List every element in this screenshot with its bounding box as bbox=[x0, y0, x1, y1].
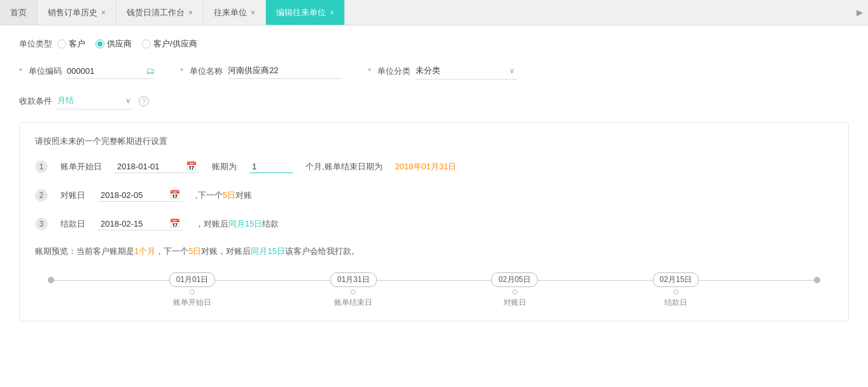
tl-node-4: 02月15日 结款日 bbox=[653, 272, 699, 308]
preview-part2: 5日 bbox=[188, 246, 201, 256]
unit-category-group: * 单位分类 未分类 ∨ bbox=[368, 62, 517, 80]
preview-part1: 1个月 bbox=[134, 246, 155, 256]
step-3-num: 3 bbox=[35, 218, 48, 230]
tl-node-3-dot bbox=[512, 290, 517, 295]
unit-category-star: * bbox=[368, 66, 371, 76]
tl-node-4-badge: 02月15日 bbox=[653, 272, 699, 287]
tl-node-1: 01月01日 账单开始日 bbox=[169, 272, 216, 308]
tl-node-4-dot bbox=[673, 290, 678, 295]
step-3-row: 3 结款日 📅 ，对账后同月15日结款 bbox=[35, 217, 833, 230]
radio-supplier-label: 供应商 bbox=[107, 38, 132, 50]
unit-name-input[interactable] bbox=[228, 64, 342, 79]
radio-both-label: 客户/供应商 bbox=[153, 38, 197, 50]
unit-code-label: 单位编码 bbox=[29, 66, 62, 77]
step-2-label: 对账日 bbox=[60, 190, 85, 201]
tl-node-3: 02月05日 对账日 bbox=[491, 272, 538, 308]
tab-edit-counterpart-close[interactable]: × bbox=[330, 8, 334, 17]
tab-sales-history-close[interactable]: × bbox=[101, 8, 106, 17]
unit-code-input[interactable] bbox=[67, 66, 143, 76]
tl-node-4-label: 结款日 bbox=[664, 297, 687, 308]
tab-bar: 首页 销售订单历史 × 钱货日清工作台 × 往来单位 × 编辑往来单位 × ▶ bbox=[0, 0, 868, 25]
tab-cash-work[interactable]: 钱货日清工作台 × bbox=[116, 0, 204, 25]
step-2-row: 2 对账日 📅 ,下一个5日对账 bbox=[35, 188, 833, 202]
step-1-period-label: 账期为 bbox=[212, 161, 237, 172]
tab-expand-btn[interactable]: ▶ bbox=[851, 0, 868, 25]
tl-node-3-badge: 02月05日 bbox=[491, 272, 538, 287]
radio-group: 客户 供应商 客户/供应商 bbox=[57, 38, 197, 50]
step-2-date-wrap: 📅 bbox=[98, 188, 183, 202]
payment-condition-row: 收款条件 月结 ∨ ? bbox=[19, 92, 849, 109]
step-2-date-input[interactable] bbox=[101, 190, 164, 200]
unit-type-row: 单位类型 客户 供应商 客户/供应商 bbox=[19, 38, 849, 50]
radio-both[interactable]: 客户/供应商 bbox=[142, 38, 197, 50]
step-2-calendar-icon[interactable]: 📅 bbox=[169, 190, 180, 200]
preview-middle2: 对账，对账后 bbox=[201, 246, 251, 256]
tl-node-1-dot bbox=[190, 290, 195, 295]
step-1-period-end: 2018年01月31日 bbox=[395, 161, 457, 172]
tl-node-2: 01月31日 账单结束日 bbox=[330, 272, 377, 308]
unit-type-label: 单位类型 bbox=[19, 38, 52, 50]
unit-code-icon[interactable]: 🗂 bbox=[146, 66, 155, 76]
tab-home[interactable]: 首页 bbox=[0, 0, 38, 25]
unit-category-select[interactable]: 未分类 ∨ bbox=[416, 62, 517, 80]
unit-code-input-wrap: 🗂 bbox=[67, 63, 155, 79]
tl-left-dot bbox=[48, 272, 54, 283]
unit-category-value: 未分类 bbox=[416, 65, 509, 76]
tl-right-dot bbox=[814, 272, 820, 283]
unit-category-chevron: ∨ bbox=[509, 66, 515, 75]
step-3-desc-highlight: 同月15日 bbox=[228, 219, 262, 229]
payment-condition-select[interactable]: 月结 ∨ bbox=[57, 92, 134, 109]
radio-customer-circle bbox=[57, 39, 66, 48]
radio-supplier-circle bbox=[95, 39, 104, 48]
step-2-desc-highlight: 5日 bbox=[223, 190, 235, 200]
tab-sales-history[interactable]: 销售订单历史 × bbox=[38, 0, 116, 25]
tab-counterpart-label: 往来单位 bbox=[214, 7, 247, 18]
tab-home-label: 首页 bbox=[10, 7, 27, 18]
step-1-period-input[interactable] bbox=[252, 162, 290, 171]
step-2-num: 2 bbox=[35, 189, 48, 202]
tab-counterpart[interactable]: 往来单位 × bbox=[204, 0, 266, 25]
radio-supplier[interactable]: 供应商 bbox=[95, 38, 132, 50]
step-1-calendar-icon[interactable]: 📅 bbox=[186, 161, 197, 171]
step-1-date-wrap: 📅 bbox=[115, 160, 199, 173]
radio-both-circle bbox=[142, 39, 151, 48]
preview-part3: 同月15日 bbox=[251, 246, 284, 256]
timeline-nodes: 01月01日 账单开始日 01月31日 账单结束日 02月05日 对账日 bbox=[48, 272, 820, 308]
unit-code-group: * 单位编码 🗂 bbox=[19, 63, 155, 79]
step-3-date-input[interactable] bbox=[101, 219, 164, 229]
radio-customer[interactable]: 客户 bbox=[57, 38, 85, 50]
tl-node-2-badge: 01月31日 bbox=[330, 272, 377, 287]
tl-node-1-label: 账单开始日 bbox=[173, 297, 211, 308]
tl-node-1-badge: 01月01日 bbox=[169, 272, 216, 287]
unit-category-label: 单位分类 bbox=[377, 66, 410, 77]
step-1-num: 1 bbox=[35, 160, 48, 173]
main-content: 单位类型 客户 供应商 客户/供应商 * 单位编码 bbox=[0, 25, 868, 387]
tl-node-3-label: 对账日 bbox=[503, 297, 526, 308]
unit-name-label: 单位名称 bbox=[190, 66, 223, 77]
step-1-period-wrap bbox=[249, 160, 293, 173]
step-3-calendar-icon[interactable]: 📅 bbox=[169, 218, 180, 229]
help-icon[interactable]: ? bbox=[139, 96, 149, 106]
payment-condition-value: 月结 bbox=[57, 95, 125, 106]
step-3-date-wrap: 📅 bbox=[98, 217, 183, 230]
step-3-label: 结款日 bbox=[60, 218, 85, 230]
tab-cash-work-label: 钱货日清工作台 bbox=[127, 7, 185, 18]
panel-title: 请按照未来的一个完整帐期进行设置 bbox=[35, 136, 833, 147]
unit-type-group: 单位类型 客户 供应商 客户/供应商 bbox=[19, 38, 197, 50]
tl-right-endpoint bbox=[814, 277, 820, 283]
unit-info-row: * 单位编码 🗂 * 单位名称 * 单位分类 未分类 ∨ bbox=[19, 62, 849, 80]
preview-text: 账期预览：当前客户账期是1个月，下一个5日对账，对账后同月15日该客户会给我打款… bbox=[35, 246, 833, 257]
tab-counterpart-close[interactable]: × bbox=[251, 8, 255, 17]
preview-prefix: 账期预览：当前客户账期是 bbox=[35, 246, 134, 256]
tab-cash-work-close[interactable]: × bbox=[188, 8, 193, 17]
payment-condition-chevron: ∨ bbox=[125, 96, 131, 105]
step-3-desc-suffix: 结款 bbox=[262, 219, 279, 229]
tab-sales-history-label: 销售订单历史 bbox=[48, 7, 97, 18]
step-1-date-input[interactable] bbox=[117, 162, 181, 171]
tl-left-endpoint bbox=[48, 277, 54, 283]
timeline-container: 01月01日 账单开始日 01月31日 账单结束日 02月05日 对账日 bbox=[35, 272, 833, 308]
tl-node-2-label: 账单结束日 bbox=[334, 297, 372, 308]
step-3-desc: ，对账后同月15日结款 bbox=[195, 218, 279, 230]
tab-edit-counterpart[interactable]: 编辑往来单位 × bbox=[266, 0, 345, 25]
payment-condition-label: 收款条件 bbox=[19, 95, 52, 107]
